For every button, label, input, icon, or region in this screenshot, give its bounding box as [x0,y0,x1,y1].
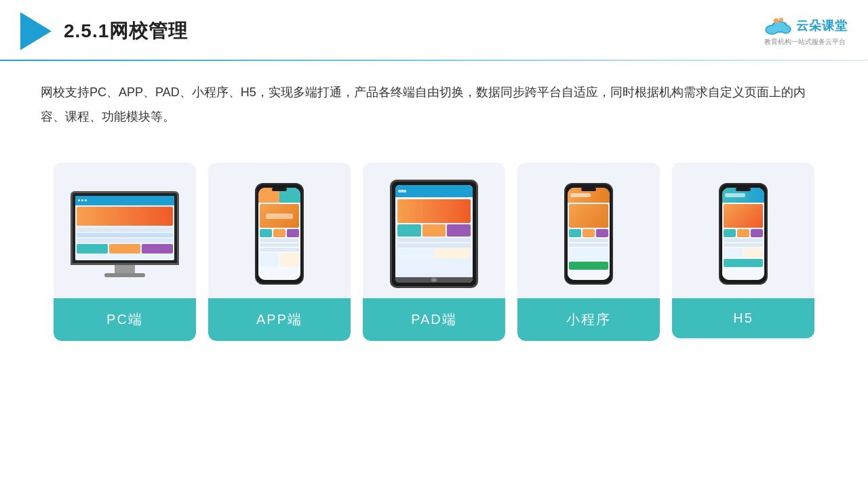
header: 2.5.1网校管理 云朵课堂 教育机构一站式服务云平台 [0,0,868,50]
description-text: 网校支持PC、APP、PAD、小程序、H5，实现多端打通，产品各终端自由切换，数… [0,61,868,129]
card-pc-image [54,163,196,298]
card-pc: PC端 [54,163,196,341]
header-right: 云朵课堂 教育机构一站式服务云平台 [762,16,848,47]
card-app: APP端 [208,163,351,341]
tablet-screen [395,185,473,283]
play-icon [20,12,52,50]
card-miniprogram: 小程序 [517,163,660,341]
phone-miniprogram-screen [568,188,610,280]
phone-notch [272,188,287,191]
svg-point-7 [779,18,783,22]
phone-miniprogram [564,183,613,285]
tablet-topbar [395,185,473,197]
cloud-icon [762,16,792,36]
brand-logo: 云朵课堂 [762,16,848,36]
svg-point-5 [781,26,790,33]
phone-miniprogram-notch [581,188,596,191]
tablet-content [395,197,473,277]
card-h5-image [672,163,814,298]
card-h5: H5 [672,163,814,341]
card-app-label: APP端 [208,298,351,341]
monitor-screen [75,196,174,260]
header-left: 2.5.1网校管理 [20,12,188,50]
pc-monitor [67,191,182,277]
phone-h5-notch [736,188,751,191]
card-miniprogram-image [517,163,660,298]
phone-screen [258,188,300,280]
card-app-image [208,163,351,298]
card-pad: PAD端 [363,163,505,341]
card-h5-label: H5 [672,298,814,338]
phone-h5 [719,183,768,285]
cards-section: PC端 [0,136,868,341]
phone-app [255,183,304,285]
brand-slogan: 教育机构一站式服务云平台 [764,37,846,47]
card-miniprogram-label: 小程序 [517,298,660,341]
brand-name: 云朵课堂 [796,18,848,34]
tablet-pad [390,180,478,288]
description-paragraph: 网校支持PC、APP、PAD、小程序、H5，实现多端打通，产品各终端自由切换，数… [41,80,827,129]
card-pad-image [363,163,505,298]
page-title: 2.5.1网校管理 [64,18,188,44]
card-pad-label: PAD端 [363,298,505,341]
svg-point-6 [774,18,778,23]
phone-h5-screen [722,188,764,280]
card-pc-label: PC端 [54,298,196,341]
monitor-screen-wrapper [71,191,179,265]
